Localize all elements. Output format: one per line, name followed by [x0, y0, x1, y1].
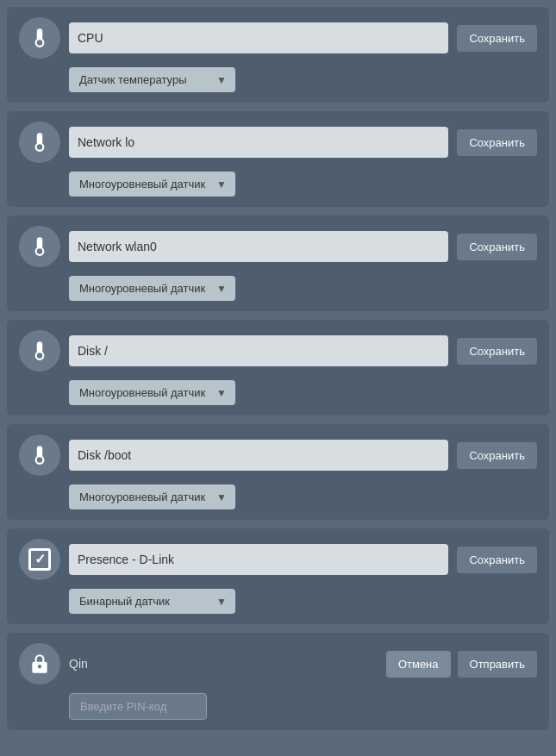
type-select-wrapper-disk-root: Датчик температурыМногоуровневый датчикБ… — [69, 380, 235, 405]
svg-rect-1 — [39, 135, 41, 142]
type-select-network-lo[interactable]: Датчик температурыМногоуровневый датчикБ… — [69, 172, 235, 197]
card-top-row-disk-root: Сохранить — [19, 330, 537, 372]
type-select-wrapper-cpu: Датчик температурыМногоуровневый датчикБ… — [69, 67, 235, 92]
name-input-disk-boot[interactable] — [69, 440, 448, 471]
type-select-network-wlan0[interactable]: Датчик температурыМногоуровневый датчикБ… — [69, 276, 235, 301]
icon-circle-cpu — [19, 17, 60, 59]
card-bottom-row-disk-boot: Датчик температурыМногоуровневый датчикБ… — [19, 484, 537, 509]
sensor-card-presence-dlink: ✓ Сохранить Датчик температурыМногоуровн… — [7, 528, 549, 624]
pin-input[interactable] — [69, 693, 207, 720]
card-bottom-row-presence-dlink: Датчик температурыМногоуровневый датчикБ… — [19, 589, 537, 614]
send-button[interactable]: Отправить — [458, 651, 537, 678]
cards-list: Сохранить Датчик температурыМногоуровнев… — [7, 7, 549, 624]
svg-rect-0 — [39, 31, 41, 38]
name-input-network-wlan0[interactable] — [69, 231, 448, 262]
save-button-presence-dlink[interactable]: Сохранить — [457, 547, 537, 573]
svg-rect-3 — [39, 344, 41, 351]
type-select-disk-root[interactable]: Датчик температурыМногоуровневый датчикБ… — [69, 380, 235, 405]
icon-circle-network-wlan0 — [19, 226, 60, 267]
sensor-card-cpu: Сохранить Датчик температурыМногоуровнев… — [7, 7, 549, 103]
card-top-row-cpu: Сохранить — [19, 17, 537, 59]
save-button-network-wlan0[interactable]: Сохранить — [457, 234, 537, 260]
pin-card-actions: Отмена Отправить — [386, 651, 537, 678]
type-select-wrapper-disk-boot: Датчик температурыМногоуровневый датчикБ… — [69, 484, 235, 509]
type-select-wrapper-network-lo: Датчик температурыМногоуровневый датчикБ… — [69, 172, 235, 197]
sensor-card-disk-boot: Сохранить Датчик температурыМногоуровнев… — [7, 424, 549, 520]
card-top-row-presence-dlink: ✓ Сохранить — [19, 539, 537, 580]
card-bottom-row-cpu: Датчик температурыМногоуровневый датчикБ… — [19, 67, 537, 92]
name-input-network-lo[interactable] — [69, 127, 448, 158]
name-input-cpu[interactable] — [69, 22, 448, 53]
cancel-button[interactable]: Отмена — [386, 651, 451, 678]
pin-card-bottom-row — [19, 693, 537, 720]
pin-card-name: Qin — [69, 657, 378, 671]
type-select-wrapper-presence-dlink: Датчик температурыМногоуровневый датчикБ… — [69, 589, 235, 614]
card-bottom-row-disk-root: Датчик температурыМногоуровневый датчикБ… — [19, 380, 537, 405]
lock-icon — [28, 653, 51, 675]
sensor-card-disk-root: Сохранить Датчик температурыМногоуровнев… — [7, 320, 549, 415]
icon-circle-presence-dlink: ✓ — [19, 539, 60, 580]
sensor-card-network-wlan0: Сохранить Датчик температурыМногоуровнев… — [7, 216, 549, 311]
icon-circle-network-lo — [19, 122, 60, 163]
card-top-row-network-wlan0: Сохранить — [19, 226, 537, 267]
lock-icon-circle — [19, 643, 60, 684]
icon-circle-disk-boot — [19, 434, 60, 476]
pin-card-top-row: Qin Отмена Отправить — [19, 643, 537, 684]
icon-circle-disk-root — [19, 330, 60, 372]
card-top-row-network-lo: Сохранить — [19, 122, 537, 163]
save-button-disk-boot[interactable]: Сохранить — [457, 442, 537, 469]
type-select-disk-boot[interactable]: Датчик температурыМногоуровневый датчикБ… — [69, 484, 235, 509]
save-button-network-lo[interactable]: Сохранить — [457, 129, 537, 156]
card-bottom-row-network-lo: Датчик температурыМногоуровневый датчикБ… — [19, 172, 537, 197]
name-input-disk-root[interactable] — [69, 335, 448, 366]
card-bottom-row-network-wlan0: Датчик температурыМногоуровневый датчикБ… — [19, 276, 537, 301]
type-select-cpu[interactable]: Датчик температурыМногоуровневый датчикБ… — [69, 67, 235, 92]
pin-card: Qin Отмена Отправить — [7, 633, 549, 730]
svg-rect-2 — [39, 240, 41, 247]
name-input-presence-dlink[interactable] — [69, 544, 448, 575]
sensor-card-network-lo: Сохранить Датчик температурыМногоуровнев… — [7, 111, 549, 207]
save-button-disk-root[interactable]: Сохранить — [457, 338, 537, 365]
svg-rect-4 — [39, 448, 41, 455]
card-top-row-disk-boot: Сохранить — [19, 434, 537, 476]
type-select-presence-dlink[interactable]: Датчик температурыМногоуровневый датчикБ… — [69, 589, 235, 614]
save-button-cpu[interactable]: Сохранить — [457, 25, 537, 52]
type-select-wrapper-network-wlan0: Датчик температурыМногоуровневый датчикБ… — [69, 276, 235, 301]
